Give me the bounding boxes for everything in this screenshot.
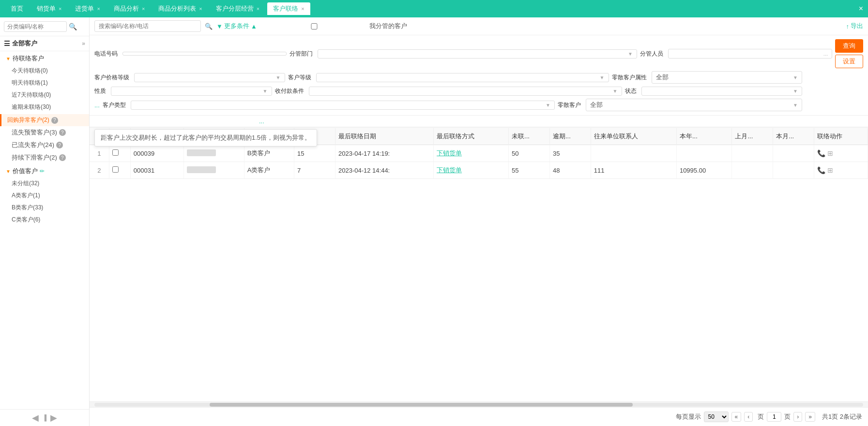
row2-name xyxy=(184,162,244,179)
retail-attr-field[interactable]: 全部 ▼ xyxy=(652,71,803,84)
export-btn[interactable]: ↑ 导出 xyxy=(846,22,864,30)
action-more-icon-1[interactable]: ⊞ xyxy=(827,149,833,157)
customer-grade-field[interactable]: ▼ xyxy=(316,73,609,82)
row1-select[interactable] xyxy=(112,149,119,156)
link-sales-order-2[interactable]: 下销货单 xyxy=(437,166,462,174)
sidebar-all-customers[interactable]: ☰ 全部客户 » xyxy=(0,36,89,51)
sidebar-item-class-c[interactable]: C类客户(6) xyxy=(0,214,89,226)
row1-checkbox[interactable] xyxy=(109,145,130,162)
col-header-overdue: 逾期... xyxy=(549,128,591,145)
first-page-btn[interactable]: « xyxy=(731,412,742,422)
close-icon[interactable]: × xyxy=(142,6,145,12)
info-icon-churn[interactable]: ? xyxy=(59,129,66,136)
tooltip-ellipsis[interactable]: ... xyxy=(259,118,264,125)
sidebar-item-tomorrow[interactable]: 明天待联络(1) xyxy=(0,77,89,89)
adv-filter-row1: 电话号码 分管部门 ▼ 分管人员 ... 查询 设置 xyxy=(94,39,863,68)
nav-tab-home[interactable]: 首页 xyxy=(5,2,29,15)
page-number-input[interactable] xyxy=(767,412,781,422)
gender-field[interactable]: ▼ xyxy=(111,87,272,96)
close-icon[interactable]: × xyxy=(59,6,61,12)
nav-tab-purchase[interactable]: 进货单 × xyxy=(69,2,106,15)
page-size-select[interactable]: 50 20 100 xyxy=(704,411,729,422)
sidebar-footer: ◀ ▐ ▶ xyxy=(0,409,89,426)
row2-overdue: 48 xyxy=(549,162,591,179)
adv-filter-row2: 客户价格等级 ▼ 客户等级 ▼ 零散客户属性 全部 ▼ xyxy=(94,71,863,84)
action-phone-icon-1[interactable]: 📞 xyxy=(817,149,825,157)
row1-this-year xyxy=(676,145,732,162)
col-header-last-month: 上月... xyxy=(732,128,773,145)
main-search-input[interactable] xyxy=(94,20,201,32)
sidebar-group-pending-title[interactable]: ▼ 待联络客户 xyxy=(0,52,89,65)
customer-type-field[interactable]: ▼ xyxy=(131,101,555,110)
action-more-icon-2[interactable]: ⊞ xyxy=(827,166,833,174)
dropdown-arrow: ▼ xyxy=(613,88,618,94)
tooltip-bar: 距客户上次交易时长，超过了此客户的平均交易周期的1.5倍，则视为异常。 ... xyxy=(90,116,868,127)
nav-tab-customer-contact[interactable]: 客户联络 × xyxy=(267,2,310,15)
adv-filter-row3: 性质 ▼ 收付款条件 ▼ 状态 ▼ xyxy=(94,87,863,96)
info-icon-repurchase[interactable]: ? xyxy=(51,117,58,124)
sidebar-scroll-left[interactable]: ◀ xyxy=(32,412,39,423)
scrollbar-thumb[interactable] xyxy=(210,403,632,407)
row2-checkbox[interactable] xyxy=(109,162,130,179)
retail-customer-field[interactable]: 全部 ▼ xyxy=(586,99,802,111)
close-icon[interactable]: × xyxy=(199,6,202,12)
sidebar-search-icon[interactable]: 🔍 xyxy=(69,23,77,30)
close-icon[interactable]: × xyxy=(301,6,304,12)
sidebar-scroll-right[interactable]: ▶ xyxy=(50,412,57,423)
row2-select[interactable] xyxy=(112,166,119,173)
row2-not-contact: 55 xyxy=(509,162,550,179)
content-area: 🔍 ▼ 更多条件 ▲ 我分管的客户 ↑ 导出 电话号码 分管部门 xyxy=(90,17,868,426)
sidebar-item-declining[interactable]: 持续下滑客户(2) ? xyxy=(0,151,89,164)
price-grade-field[interactable]: ▼ xyxy=(134,73,285,82)
sidebar-search-input[interactable] xyxy=(4,21,67,32)
sidebar-item-ungrouped[interactable]: 未分组(32) xyxy=(0,177,89,190)
next-page-btn[interactable]: › xyxy=(793,412,802,422)
sidebar-item-7days[interactable]: 近7天待联络(0) xyxy=(0,89,89,101)
sidebar-item-repurchase[interactable]: 回购异常客户(2) ? xyxy=(0,114,89,126)
col-header-last-contact-method: 最后联络方式 xyxy=(434,128,509,145)
person-field[interactable]: ... xyxy=(668,49,832,59)
edit-value-group-icon[interactable]: ✏ xyxy=(40,168,45,175)
ellipsis-more-btn[interactable]: ... xyxy=(94,102,100,109)
info-icon-declining[interactable]: ? xyxy=(59,154,66,161)
ellipsis-btn[interactable]: ... xyxy=(823,51,828,57)
sidebar-item-class-a[interactable]: A类客户(1) xyxy=(0,190,89,202)
action-phone-icon-2[interactable]: 📞 xyxy=(817,166,825,174)
payment-field[interactable]: ▼ xyxy=(309,87,622,96)
filter-bar: 🔍 ▼ 更多条件 ▲ 我分管的客户 ↑ 导出 xyxy=(90,17,868,35)
sidebar-group-value-title[interactable]: ▼ 价值客户 ✏ xyxy=(0,165,89,177)
nav-tab-product-list[interactable]: 商品分析列表 × xyxy=(152,2,208,15)
nav-tab-customer-tier[interactable]: 客户分层经营 × xyxy=(210,2,265,15)
status-field[interactable]: ▼ xyxy=(641,87,803,96)
sidebar-item-overdue[interactable]: 逾期未联络(30) xyxy=(0,101,89,113)
dropdown-arrow: ▼ xyxy=(600,75,605,80)
sidebar-item-today[interactable]: 今天待联络(0) xyxy=(0,65,89,77)
row1-last-method[interactable]: 下销货单 xyxy=(434,145,509,162)
close-icon[interactable]: × xyxy=(97,6,100,12)
nav-tab-product-analysis[interactable]: 商品分析 × xyxy=(108,2,151,15)
main-search-icon[interactable]: 🔍 xyxy=(205,23,213,30)
close-all-button[interactable]: × xyxy=(859,4,863,13)
col-header-not-contact: 未联... xyxy=(509,128,550,145)
prev-page-btn[interactable]: ‹ xyxy=(744,412,753,422)
sidebar-item-class-b[interactable]: B类客户(33) xyxy=(0,202,89,214)
more-conditions-btn[interactable]: ▼ 更多条件 ▲ xyxy=(216,22,257,30)
close-icon[interactable]: × xyxy=(257,6,259,12)
dept-field[interactable]: ▼ xyxy=(318,49,637,59)
chevron-up-icon: ▲ xyxy=(251,23,257,30)
horizontal-scrollbar[interactable] xyxy=(90,401,868,407)
my-customers-checkbox[interactable] xyxy=(261,23,367,29)
last-page-btn[interactable]: » xyxy=(805,412,815,422)
set-btn[interactable]: 设置 xyxy=(835,55,863,68)
link-sales-order-1[interactable]: 下销货单 xyxy=(437,149,462,157)
query-btn[interactable]: 查询 xyxy=(835,39,863,53)
row2-last-method[interactable]: 下销货单 xyxy=(434,162,509,179)
phone-field[interactable] xyxy=(122,52,287,56)
nav-tab-sales[interactable]: 销货单 × xyxy=(31,2,67,15)
row1-name xyxy=(184,145,244,162)
sidebar-item-churned[interactable]: 已流失客户(24) ? xyxy=(0,139,89,151)
export-icon: ↑ xyxy=(846,23,850,30)
sidebar-group-value: ▼ 价值客户 ✏ 未分组(32) A类客户(1) B类客户(33) C类客户(6… xyxy=(0,164,89,227)
info-icon-churned[interactable]: ? xyxy=(56,142,63,148)
sidebar-item-churn-warning[interactable]: 流失预警客户(3) ? xyxy=(0,126,89,139)
